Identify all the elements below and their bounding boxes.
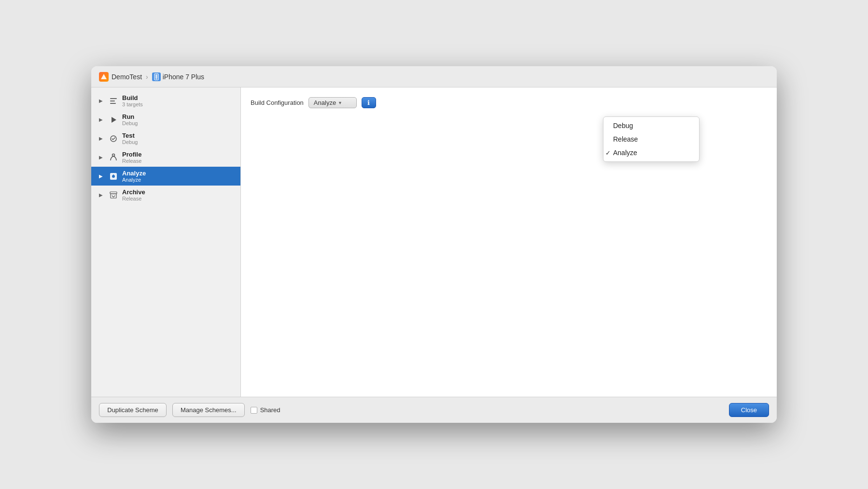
build-config-select-wrapper[interactable]: Analyze ▼ [308,97,357,108]
sidebar: ▶ Build 3 targets ▶ [91,87,241,397]
main-content: ▶ Build 3 targets ▶ [91,87,777,397]
expand-arrow-run: ▶ [97,116,105,124]
test-icon [109,134,118,144]
build-sub: 3 targets [122,101,143,107]
svg-marker-0 [101,74,107,79]
device-name: iPhone 7 Plus [163,73,204,81]
duplicate-scheme-button[interactable]: Duplicate Scheme [99,403,167,417]
bottom-bar-right: Close [729,403,769,417]
sidebar-item-profile[interactable]: ▶ Profile Release [91,148,240,167]
expand-arrow-build: ▶ [97,97,105,105]
run-text: Run Debug [122,113,138,126]
release-label: Release [613,135,638,143]
build-text: Build 3 targets [122,94,143,107]
expand-arrow-test: ▶ [97,135,105,143]
analyze-sub: Analyze [122,177,146,183]
svg-marker-7 [112,117,116,123]
run-icon [109,115,118,125]
device-name-container: iPhone 7 Plus [152,72,204,81]
svg-rect-4 [110,98,117,99]
build-icon [109,96,118,106]
run-name: Run [122,113,138,120]
analyze-icon [109,172,118,181]
test-text: Test Debug [122,132,138,145]
sidebar-item-analyze[interactable]: ▶ Analyze Analyze [91,167,240,186]
bottom-bar: Duplicate Scheme Manage Schemes... Share… [91,397,777,423]
build-config-select-button[interactable]: Analyze ▼ [308,97,357,108]
select-chevron-icon: ▼ [338,101,342,105]
sidebar-item-test[interactable]: ▶ Test Debug [91,129,240,148]
svg-rect-13 [110,192,117,194]
expand-arrow-profile: ▶ [97,154,105,161]
analyze-text: Analyze Analyze [122,170,146,183]
checkmark-icon: ✓ [605,149,611,157]
dropdown-item-debug[interactable]: Debug [603,119,699,132]
shared-area: Shared [251,406,280,414]
analyze-name: Analyze [122,170,146,177]
breadcrumb-separator: › [146,73,148,81]
svg-rect-2 [155,74,157,79]
app-icon [99,72,109,82]
profile-name: Profile [122,151,141,158]
right-panel: Build Configuration Analyze ▼ ℹ Debug Re… [241,87,777,397]
test-sub: Debug [122,139,138,145]
build-config-label: Build Configuration [251,99,304,106]
analyze-label: Analyze [613,149,637,157]
build-config-row: Build Configuration Analyze ▼ ℹ [251,97,767,108]
close-button[interactable]: Close [729,403,769,417]
shared-checkbox[interactable] [251,407,257,414]
svg-rect-6 [110,103,116,104]
archive-icon [109,190,118,200]
title-bar: DemoTest › iPhone 7 Plus [91,66,777,87]
svg-rect-5 [110,101,115,101]
device-icon [152,72,161,81]
run-sub: Debug [122,120,138,126]
sidebar-item-archive[interactable]: ▶ Archive Release [91,186,240,204]
svg-point-9 [112,154,115,156]
archive-sub: Release [122,196,145,201]
dropdown-item-analyze[interactable]: ✓ Analyze [603,146,699,159]
archive-text: Archive Release [122,188,145,201]
dropdown-popup: Debug Release ✓ Analyze [603,116,700,162]
scheme-editor-dialog: DemoTest › iPhone 7 Plus ▶ [91,66,777,423]
svg-rect-12 [113,174,114,175]
app-name: DemoTest [112,73,142,81]
profile-text: Profile Release [122,151,141,164]
debug-label: Debug [613,122,633,129]
sidebar-item-run[interactable]: ▶ Run Debug [91,110,240,129]
profile-sub: Release [122,158,141,164]
archive-name: Archive [122,188,145,196]
build-config-selected-value: Analyze [314,99,336,106]
svg-point-3 [156,79,157,80]
test-name: Test [122,132,138,139]
build-name: Build [122,94,143,101]
expand-arrow-analyze: ▶ [97,173,105,180]
shared-label: Shared [260,406,280,414]
dropdown-item-release[interactable]: Release [603,132,699,146]
profile-icon [109,153,118,162]
manage-schemes-button[interactable]: Manage Schemes... [172,403,245,417]
expand-arrow-archive: ▶ [97,191,105,199]
sidebar-item-build[interactable]: ▶ Build 3 targets [91,91,240,110]
build-config-info-button[interactable]: ℹ [362,97,376,108]
